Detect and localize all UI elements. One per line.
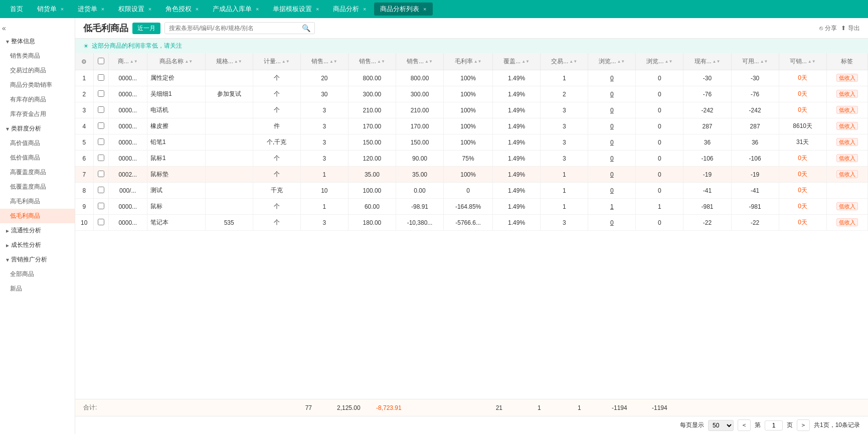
sort-available-stock-icon[interactable]: ▲▼ [760,60,768,64]
col-spec[interactable]: 规格... ▲▼ [205,53,253,70]
sidebar-item-high-coverage[interactable]: 高覆盖度商品 [0,165,75,180]
search-icon[interactable]: 🔍 [302,24,310,32]
cell-checkbox[interactable] [93,102,108,118]
sidebar-group-cluster[interactable]: ▾ 类群度分析 [0,121,75,136]
sort-unit-icon[interactable]: ▲▼ [282,60,290,64]
sidebar-group-circulation[interactable]: ▸ 流通性分析 [0,223,75,238]
row-checkbox[interactable] [98,171,104,177]
col-view1[interactable]: 浏览... ▲▼ [588,53,636,70]
cell-checkbox[interactable] [93,134,108,151]
cell-view1[interactable]: 0 [588,183,636,199]
sidebar-item-category-rate[interactable]: 商品分类助销率 [0,78,75,92]
row-checkbox[interactable] [98,106,104,113]
search-input[interactable] [169,25,302,32]
sidebar-item-sales-goods[interactable]: 销售类商品 [0,49,75,63]
cell-view1[interactable]: 0 [588,86,636,102]
sort-gross-margin-icon[interactable]: ▲▼ [474,60,482,64]
cell-view1[interactable]: 0 [588,102,636,118]
view1-value[interactable]: 0 [610,91,614,98]
sidebar-item-traded-goods[interactable]: 交易过的商品 [0,63,75,78]
view1-value[interactable]: 0 [610,219,614,226]
col-sales-qty[interactable]: 销售... ▲▼ [300,53,348,70]
col-unit[interactable]: 计量... ▲▼ [253,53,300,70]
col-available-stock[interactable]: 可用... ▲▼ [731,53,779,70]
cell-checkbox[interactable] [93,70,108,86]
cell-view1[interactable]: 0 [588,134,636,151]
sidebar-item-high-margin[interactable]: 高毛利商品 [0,194,75,209]
cell-checkbox[interactable] [93,118,108,134]
col-trade-count[interactable]: 交易... ▲▼ [541,53,588,70]
sort-spec-icon[interactable]: ▲▼ [234,60,242,64]
row-checkbox[interactable] [98,74,104,81]
close-product-inbound-icon[interactable]: × [256,6,259,12]
filter-recent-month-btn[interactable]: 近一月 [132,23,160,34]
sort-current-stock-icon[interactable]: ▲▼ [713,60,721,64]
row-checkbox[interactable] [98,219,104,225]
nav-permission-settings[interactable]: 权限设置 × [112,3,157,16]
cell-view1[interactable]: 0 [588,118,636,134]
row-checkbox[interactable] [98,187,104,193]
col-coverage[interactable]: 覆盖... ▲▼ [493,53,541,70]
col-saleable-days[interactable]: 可销... ▲▼ [779,53,826,70]
col-sales-profit[interactable]: 销售... ▲▼ [396,53,443,70]
export-btn[interactable]: ⬆ 导出 [841,24,860,33]
row-checkbox[interactable] [98,138,104,145]
view1-value[interactable]: 0 [610,75,614,82]
sidebar-item-low-value[interactable]: 低价值商品 [0,151,75,165]
close-sales-order-icon[interactable]: × [61,6,64,12]
cell-checkbox[interactable] [93,199,108,215]
sort-name-icon[interactable]: ▲▼ [185,60,193,64]
page-size-select[interactable]: 50 10 20 100 [708,420,734,431]
close-product-analysis-list-icon[interactable]: × [423,6,426,12]
sidebar-group-growth[interactable]: ▸ 成长性分析 [0,238,75,252]
col-current-stock[interactable]: 现有... ▲▼ [683,53,731,70]
nav-role-auth[interactable]: 角色授权 × [159,3,205,16]
sidebar-item-low-margin[interactable]: 低毛利商品 [0,209,75,223]
cell-view1[interactable]: 0 [588,167,636,183]
row-checkbox[interactable] [98,203,104,209]
cell-checkbox[interactable] [93,215,108,231]
sort-code-icon[interactable]: ▲▼ [130,60,138,64]
cell-view1[interactable]: 0 [588,215,636,231]
share-btn[interactable]: ⎋ 分享 [819,24,837,33]
select-all-checkbox[interactable] [98,58,104,64]
cell-view1[interactable]: 0 [588,151,636,167]
nav-product-inbound[interactable]: 产成品入库单 × [207,3,265,16]
col-settings[interactable]: ⚙ [75,53,93,70]
cell-view1[interactable]: 1 [588,199,636,215]
nav-template-settings[interactable]: 单据模板设置 × [267,3,325,16]
close-purchase-order-icon[interactable]: × [101,6,104,12]
col-code[interactable]: 商... ▲▼ [108,53,147,70]
sort-saleable-days-icon[interactable]: ▲▼ [808,60,816,64]
close-template-icon[interactable]: × [316,6,319,12]
sort-view1-icon[interactable]: ▲▼ [617,60,625,64]
sidebar-item-all-goods[interactable]: 全部商品 [0,267,75,281]
sort-coverage-icon[interactable]: ▲▼ [522,60,530,64]
sort-sales-qty-icon[interactable]: ▲▼ [329,60,337,64]
close-role-auth-icon[interactable]: × [196,6,199,12]
close-permission-icon[interactable]: × [148,6,151,12]
view1-value[interactable]: 1 [610,203,614,210]
col-name[interactable]: 商品名称 ▲▼ [147,53,206,70]
view1-value[interactable]: 0 [610,139,614,146]
col-view2[interactable]: 浏览... ▲▼ [636,53,683,70]
col-gross-margin[interactable]: 毛利率 ▲▼ [444,53,493,70]
cell-view1[interactable]: 0 [588,70,636,86]
sidebar-group-marketing[interactable]: ▾ 营销推广分析 [0,252,75,267]
view1-value[interactable]: 0 [610,171,614,178]
sort-sales-amount-icon[interactable]: ▲▼ [377,60,385,64]
nav-product-analysis[interactable]: 商品分析 × [327,3,372,16]
nav-product-analysis-list[interactable]: 商品分析列表 × [374,3,432,16]
sidebar-item-stock-capital[interactable]: 库存资金占用 [0,107,75,121]
next-page-btn[interactable]: ＞ [797,419,810,431]
sort-sales-profit-icon[interactable]: ▲▼ [425,60,433,64]
sidebar-item-new-goods[interactable]: 新品 [0,281,75,296]
col-checkbox[interactable] [93,53,108,70]
sort-view2-icon[interactable]: ▲▼ [664,60,672,64]
cell-checkbox[interactable] [93,167,108,183]
view1-value[interactable]: 0 [610,155,614,162]
sort-trade-count-icon[interactable]: ▲▼ [569,60,577,64]
sidebar-item-high-value[interactable]: 高价值商品 [0,136,75,151]
page-number-input[interactable] [765,420,783,430]
cell-checkbox[interactable] [93,86,108,102]
